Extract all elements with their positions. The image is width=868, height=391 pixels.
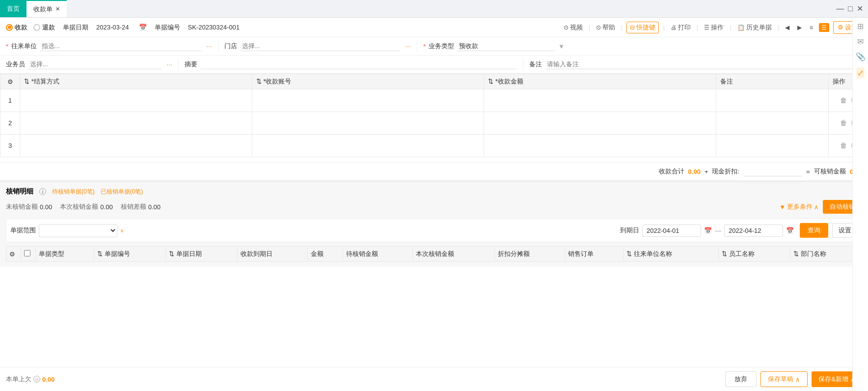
counterpart-input[interactable] [40,41,201,51]
radio-refund[interactable]: 退款 [33,23,55,32]
verify-info-icon[interactable]: ℹ [39,188,46,195]
amount-cell[interactable] [484,112,716,135]
remark-input[interactable] [545,59,862,69]
layout2-btn[interactable]: ☰ [819,23,829,32]
operations-btn[interactable]: ☰ 操作 [702,22,726,33]
expand-icon[interactable]: ⤢ [856,67,865,79]
shop-more-btn[interactable]: ··· [405,42,411,50]
date-calendar-icon[interactable]: 📅 [139,24,147,31]
btcol-counterpart: ⇅ 往来单位名称 [624,247,719,262]
business-type-field: * 业务类型 ▼ [423,41,862,51]
settlement-cell[interactable] [20,135,252,157]
more-conditions-btn[interactable]: ▼ 更多条件 ∧ [779,202,819,211]
remark-cell[interactable] [716,135,828,157]
tab-close-icon[interactable]: ✕ [55,6,60,12]
shop-input[interactable] [240,41,400,51]
salesperson-label: 业务员 [6,60,25,69]
pending-tab[interactable]: 待核销单据(0笔) [52,188,95,196]
settlement-cell[interactable] [20,89,252,112]
verify-title: 核销明细 [6,187,33,196]
row-no: 2 [0,112,20,135]
verify-stats: 未核销金额 0.00 本次核销金额 0.00 核销差额 0.00 ▼ 更多条件 … [6,200,862,214]
calendar-icon-to[interactable]: 📅 [786,227,794,234]
btcol-gear[interactable]: ⚙ [6,247,21,262]
select-all-checkbox[interactable] [24,250,30,256]
chevron-up-icon: ∧ [814,203,819,211]
counterpart-more-btn[interactable]: ··· [206,42,212,50]
next-btn[interactable]: ▶ [795,23,804,32]
help-btn[interactable]: ⊙ 帮助 [594,22,617,33]
right-sidebar: ⊞ ✉ 📎 ⤢ [852,18,868,391]
number-label: 单据编号 [155,23,180,32]
remark-cell[interactable] [716,112,828,135]
radio-group: 收款 退款 [6,23,55,32]
business-type-dropdown-icon[interactable]: ▼ [558,43,565,50]
business-type-input[interactable] [457,41,555,51]
save-draft-btn[interactable]: 保存草稿 ∧ [760,371,808,387]
bottom-info: 本单上欠 ⊙ 0.00 [6,375,54,384]
btcol-checkbox[interactable] [21,247,36,262]
stat-unclaimed: 未核销金额 0.00 [6,202,52,211]
delete-icon-1[interactable]: 🗑 [840,96,847,104]
bottom-table-container: ⚙ 单据类型 ⇅ 单据编号 ⇅ 单据日期 收款到期日 金额 待核销金额 本次核销… [6,246,862,262]
col-settlement: ⇅ *结算方式 [20,74,252,89]
radio-receipt[interactable]: 收款 [6,23,27,32]
tab-home[interactable]: 首页 [0,0,27,17]
discount-label: 现金折扣: [712,167,739,176]
date-field: 到期日 📅 — 📅 [620,224,794,237]
verify-section: 核销明细 ℹ 待核销单据(0笔) 已核销单据(0笔) 未核销金额 0.00 本次… [0,180,868,267]
delete-icon-2[interactable]: 🗑 [840,119,847,127]
tab-receipt-label: 收款单 [33,5,53,14]
bottom-info-icon[interactable]: ⊙ [33,376,40,383]
stat-current: 本次核销金额 0.00 [60,202,112,211]
minimize-icon[interactable]: — [836,4,844,13]
attach-icon[interactable]: 📎 [856,52,866,61]
date-from-input[interactable] [642,224,701,237]
tab-receipt[interactable]: 收款单 ✕ [27,0,67,17]
btcol-sales-order: 销售订单 [565,247,624,262]
range-dropdown-icon[interactable]: ∨ [120,228,124,233]
close-icon[interactable]: ✕ [857,4,863,13]
salesperson-input[interactable] [28,59,162,69]
abandon-btn[interactable]: 放弃 [725,371,757,387]
calendar-icon-from[interactable]: 📅 [704,227,712,234]
amount-cell[interactable] [484,135,716,157]
layout1-btn[interactable]: ≡ [808,23,815,32]
save-draft-dropdown-icon[interactable]: ∧ [795,376,800,383]
salesperson-more-btn[interactable]: ··· [166,60,172,68]
maximize-icon[interactable]: □ [848,4,853,13]
date-to-input[interactable] [724,224,783,237]
query-btn[interactable]: 查询 [800,223,828,238]
col-amount: ⇅ *收款金额 [484,74,716,89]
delete-icon-3[interactable]: 🗑 [840,141,847,149]
remark-cell[interactable] [716,89,828,112]
range-select[interactable] [39,224,117,237]
table-icon[interactable]: ⊞ [857,22,864,31]
prev-btn[interactable]: ◀ [783,23,791,32]
sort-icon-emp: ⇅ [722,250,727,257]
form-row-1: * 往来单位 ··· 门店 ··· * 业务类型 ▼ [0,37,868,56]
print-btn[interactable]: 🖨 打印 [669,22,693,33]
video-btn[interactable]: ⊙ 视频 [562,22,585,33]
bottom-actions: 放弃 保存草稿 ∧ 保存&新增 ∧ [725,371,862,387]
shortcut-btn[interactable]: ⊟ 快捷键 [626,22,659,33]
row-no: 3 [0,135,20,157]
gear-icon[interactable]: ⚙ [7,78,13,85]
account-cell[interactable] [252,89,484,112]
account-cell[interactable] [252,112,484,135]
history-btn[interactable]: 📋 历史单据 [735,22,774,33]
discount-input[interactable] [743,167,802,176]
total-label: 收款合计 [659,167,684,176]
verified-tab[interactable]: 已核销单据(0笔) [101,188,143,196]
summary-input[interactable] [200,59,517,69]
sort-icon: ⇅ [24,78,29,85]
range-label: 单据范围 [10,226,36,235]
settlement-cell[interactable] [20,112,252,135]
col-remark: 备注 [716,74,828,89]
col-gear[interactable]: ⚙ [0,74,20,89]
form-row-2: 业务员 ··· 摘要 备注 [0,56,868,74]
btcol-due-date: 收款到期日 [238,247,308,262]
amount-cell[interactable] [484,89,716,112]
account-cell[interactable] [252,135,484,157]
email-icon[interactable]: ✉ [857,37,864,46]
